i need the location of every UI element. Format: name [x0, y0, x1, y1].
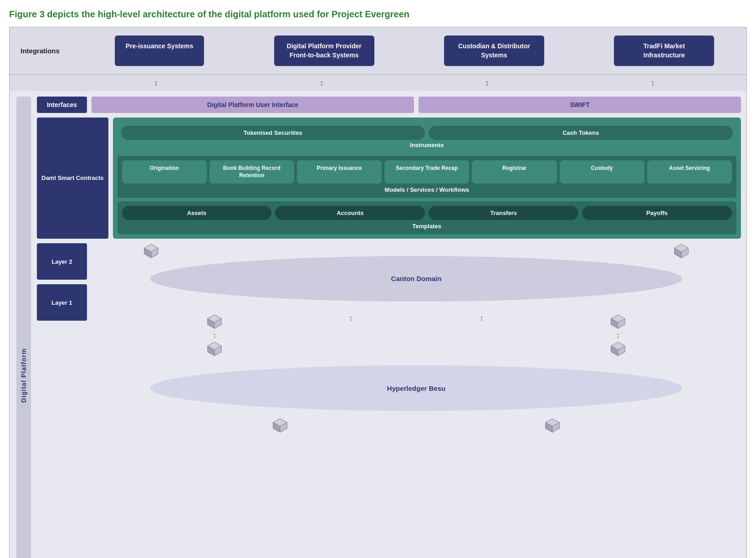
bottom-cubes-row — [92, 418, 741, 435]
vertical-label-col: Digital Platform — [15, 97, 32, 558]
templates-label: Templates — [122, 223, 732, 230]
instruments-section: Tokenised Securities Cash Tokens Instrum… — [117, 122, 736, 152]
accounts-item: Accounts — [275, 206, 425, 220]
msw-top: Origination Book Building Record Retenti… — [122, 160, 732, 184]
besu-label: Hyperledger Besu — [387, 384, 445, 392]
layers-visual: Canton Domain ↕ — [92, 243, 741, 435]
middle-cubes-right: ↕ — [480, 314, 484, 322]
msw-section: Origination Book Building Record Retenti… — [117, 156, 736, 198]
integrations-row: Integrations Pre-issuance Systems Digita… — [10, 27, 746, 75]
middle-cubes-left: ↕ — [207, 314, 222, 357]
arrow-1: ↕ — [154, 78, 158, 88]
instruments-label: Instruments — [121, 142, 733, 148]
layers-section: Layer 2 Layer 1 — [37, 243, 741, 435]
middle-cubes-center: ↕ — [349, 314, 353, 322]
templates-top: Assets Accounts Transfers Payoffs — [122, 206, 732, 220]
besu-area: Hyperledger Besu — [92, 358, 741, 418]
transfers-item: Transfers — [429, 206, 578, 220]
registrar-item: Registrar — [472, 160, 557, 184]
middle-cubes-farright: ↕ — [610, 314, 626, 357]
templates-section: Assets Accounts Transfers Payoffs Templa… — [117, 201, 736, 234]
interfaces-row: Interfaces Digital Platform User Interfa… — [37, 97, 741, 113]
figure-title: Figure 3 depicts the high-level architec… — [9, 9, 747, 20]
custodian-distributor-box: Custodian & Distributor Systems — [444, 36, 544, 66]
canton-area: Canton Domain — [92, 243, 741, 314]
custody-item: Custody — [560, 160, 644, 184]
digital-platform-label: Digital Platform — [16, 97, 31, 558]
arrow-2: ↕ — [320, 78, 324, 88]
book-building-item: Book Building Record Retention — [209, 160, 294, 184]
primary-issuance-item: Primary Issuance — [297, 160, 382, 184]
right-content: Interfaces Digital Platform User Interfa… — [37, 97, 741, 558]
asset-servicing-item: Asset Servicing — [647, 160, 732, 184]
arrow-right: ↕ — [480, 314, 484, 322]
main-area: Digital Platform Interfaces Digital Plat… — [10, 91, 746, 558]
architecture-diagram: Integrations Pre-issuance Systems Digita… — [9, 27, 747, 558]
tokenised-box: Tokenised Securities — [121, 126, 425, 140]
arrow-center: ↕ — [349, 314, 353, 322]
daml-row: Daml Smart Contracts Tokenised Securitie… — [37, 118, 741, 239]
integration-boxes: Pre-issuance Systems Digital Platform Pr… — [93, 36, 736, 66]
arrow-farright: ↕ — [616, 331, 620, 339]
middle-cubes-row: ↕ ↕ ↕ — [92, 314, 741, 357]
tradfi-box: TradFi Market Infrastructure — [614, 36, 714, 66]
assets-item: Assets — [122, 206, 272, 220]
swift-box: SWIFT — [419, 97, 741, 113]
digital-platform-ui-box: Digital Platform User Interface — [92, 97, 414, 113]
arrow-4: ↕ — [651, 78, 655, 88]
layer2-box: Layer 2 — [37, 243, 87, 280]
interfaces-box: Interfaces — [37, 97, 87, 113]
instruments-top: Tokenised Securities Cash Tokens — [121, 126, 733, 140]
msw-label: Models / Services / Workflows — [122, 186, 732, 193]
daml-content: Tokenised Securities Cash Tokens Instrum… — [113, 118, 741, 239]
layers-left: Layer 2 Layer 1 — [37, 243, 87, 435]
layer1-box: Layer 1 — [37, 284, 87, 321]
arrow-3: ↕ — [485, 78, 489, 88]
origination-item: Origination — [122, 160, 207, 184]
cube-topleft-canton — [143, 243, 159, 261]
integrations-label: Integrations — [20, 47, 75, 55]
canton-label: Canton Domain — [391, 275, 442, 282]
arrows-row: ↕ ↕ ↕ ↕ — [10, 75, 746, 91]
daml-box: Daml Smart Contracts — [37, 118, 108, 239]
cube-topright-canton — [674, 243, 689, 261]
pre-issuance-box: Pre-issuance Systems — [115, 36, 204, 66]
arrow-left: ↕ — [213, 331, 217, 339]
secondary-trade-item: Secondary Trade Recap — [384, 160, 469, 184]
bottom-cube-right — [545, 418, 560, 435]
cash-tokens-box: Cash Tokens — [429, 126, 733, 140]
digital-platform-provider-box: Digital Platform Provider Front-to-back … — [274, 36, 374, 66]
bottom-cube-left — [272, 418, 288, 435]
payoffs-item: Payoffs — [582, 206, 732, 220]
